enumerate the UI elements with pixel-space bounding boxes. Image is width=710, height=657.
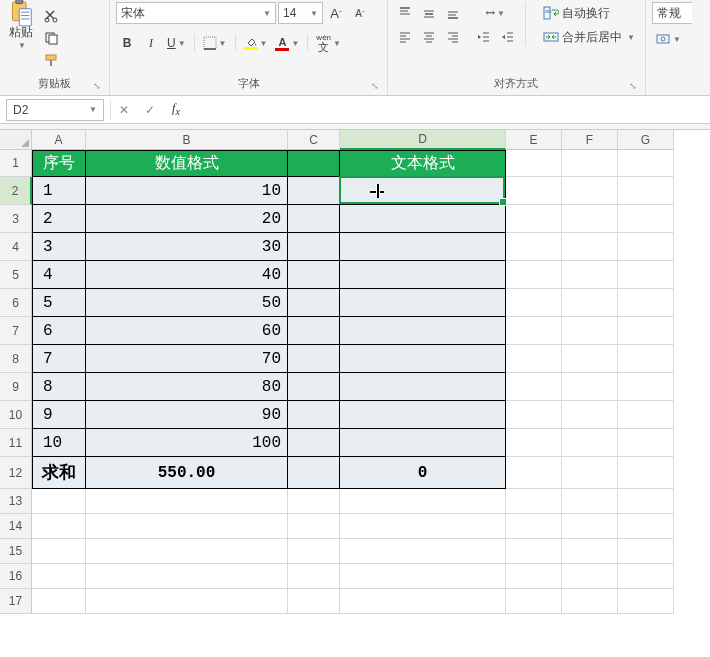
wrap-text-button[interactable]: ab 自动换行 [539,2,639,24]
cell-C2[interactable] [288,177,340,205]
cell-E11[interactable] [506,429,562,457]
cell-B7[interactable]: 60 [86,317,288,345]
cell-G17[interactable] [618,589,674,614]
cell-D4[interactable] [340,233,506,261]
cell-B6[interactable]: 50 [86,289,288,317]
cell-G12[interactable] [618,457,674,489]
cell-D5[interactable] [340,261,506,289]
cell-A4[interactable]: 3 [32,233,86,261]
cell-G1[interactable] [618,150,674,177]
cell-grid[interactable]: 序号数值格式文本格式110220330440550660770880990101… [32,150,674,614]
cell-C5[interactable] [288,261,340,289]
copy-button[interactable] [40,28,62,48]
cell-C4[interactable] [288,233,340,261]
cell-A5[interactable]: 4 [32,261,86,289]
cell-G10[interactable] [618,401,674,429]
align-center-button[interactable] [418,26,440,48]
decrease-font-button[interactable]: Aˇ [349,2,371,24]
row-header-12[interactable]: 12 [0,457,32,489]
cell-E13[interactable] [506,489,562,514]
cell-D1[interactable]: 文本格式 [340,150,506,177]
font-size-select[interactable]: 14 ▼ [278,2,323,24]
row-header-17[interactable]: 17 [0,589,32,614]
cell-E17[interactable] [506,589,562,614]
dialog-launcher-icon[interactable]: ⤡ [93,81,101,91]
cell-C17[interactable] [288,589,340,614]
cell-F10[interactable] [562,401,618,429]
column-header-C[interactable]: C [288,130,340,150]
cell-E9[interactable] [506,373,562,401]
cell-G7[interactable] [618,317,674,345]
cell-D9[interactable] [340,373,506,401]
align-middle-button[interactable] [418,2,440,24]
row-header-5[interactable]: 5 [0,261,32,289]
name-box[interactable]: D2 ▼ [6,99,104,121]
column-header-A[interactable]: A [32,130,86,150]
cell-D12[interactable]: 0 [340,457,506,489]
cell-C1[interactable] [288,150,340,177]
italic-button[interactable]: I [140,32,162,54]
cell-C15[interactable] [288,539,340,564]
number-format-select[interactable]: 常规 [652,2,692,24]
cell-A11[interactable]: 10 [32,429,86,457]
cell-E12[interactable] [506,457,562,489]
cell-A17[interactable] [32,589,86,614]
cell-F4[interactable] [562,233,618,261]
cell-A8[interactable]: 7 [32,345,86,373]
cell-F11[interactable] [562,429,618,457]
cell-C6[interactable] [288,289,340,317]
border-button[interactable]: ▼ [200,32,230,54]
cell-E10[interactable] [506,401,562,429]
formula-input[interactable] [189,99,710,121]
orientation-button[interactable]: ⤢▼ [472,2,518,24]
cell-D15[interactable] [340,539,506,564]
cell-B13[interactable] [86,489,288,514]
cell-B10[interactable]: 90 [86,401,288,429]
cell-C10[interactable] [288,401,340,429]
cell-F12[interactable] [562,457,618,489]
cell-A6[interactable]: 5 [32,289,86,317]
cell-B4[interactable]: 30 [86,233,288,261]
phonetic-guide-button[interactable]: wén文▼ [313,32,344,54]
increase-font-button[interactable]: Aˆ [325,2,347,24]
row-header-7[interactable]: 7 [0,317,32,345]
cell-C13[interactable] [288,489,340,514]
cell-B12[interactable]: 550.00 [86,457,288,489]
insert-function-button[interactable]: fx [163,99,189,121]
cell-E14[interactable] [506,514,562,539]
row-header-10[interactable]: 10 [0,401,32,429]
cell-C14[interactable] [288,514,340,539]
cell-F3[interactable] [562,205,618,233]
column-header-B[interactable]: B [86,130,288,150]
dialog-launcher-icon[interactable]: ⤡ [371,81,379,91]
cell-E3[interactable] [506,205,562,233]
cell-G16[interactable] [618,564,674,589]
cell-G14[interactable] [618,514,674,539]
cell-B9[interactable]: 80 [86,373,288,401]
cell-D17[interactable] [340,589,506,614]
cell-D16[interactable] [340,564,506,589]
cell-G2[interactable] [618,177,674,205]
cell-C9[interactable] [288,373,340,401]
row-header-3[interactable]: 3 [0,205,32,233]
align-bottom-button[interactable] [442,2,464,24]
cell-G8[interactable] [618,345,674,373]
cell-D7[interactable] [340,317,506,345]
cell-B8[interactable]: 70 [86,345,288,373]
cell-G13[interactable] [618,489,674,514]
cell-C11[interactable] [288,429,340,457]
cell-F5[interactable] [562,261,618,289]
align-left-button[interactable] [394,26,416,48]
cell-A12[interactable]: 求和 [32,457,86,489]
font-name-select[interactable]: 宋体 ▼ [116,2,276,24]
cell-E4[interactable] [506,233,562,261]
cell-A3[interactable]: 2 [32,205,86,233]
cell-F17[interactable] [562,589,618,614]
cell-A16[interactable] [32,564,86,589]
cell-C3[interactable] [288,205,340,233]
cell-F2[interactable] [562,177,618,205]
cell-D2[interactable] [340,177,506,205]
enter-formula-button[interactable]: ✓ [137,99,163,121]
row-header-16[interactable]: 16 [0,564,32,589]
font-color-button[interactable]: A▼ [272,32,302,54]
